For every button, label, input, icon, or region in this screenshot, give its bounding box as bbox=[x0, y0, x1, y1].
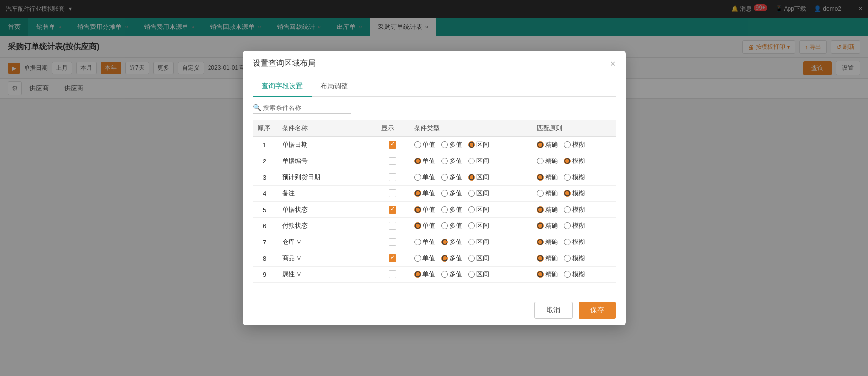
display-checkbox[interactable] bbox=[389, 254, 396, 262]
match-option-精确[interactable]: 精确 bbox=[537, 140, 558, 149]
cell-display[interactable] bbox=[376, 202, 409, 218]
type-option-单值[interactable]: 单值 bbox=[414, 238, 435, 246]
cell-match[interactable]: 精确模糊 bbox=[532, 218, 616, 234]
type-option-区间[interactable]: 区间 bbox=[468, 254, 489, 263]
match-option-精确[interactable]: 精确 bbox=[537, 173, 558, 182]
type-option-区间[interactable]: 区间 bbox=[468, 189, 489, 198]
cell-name: 有无商品图片 bbox=[277, 283, 377, 287]
cancel-btn[interactable]: 取消 bbox=[534, 302, 573, 319]
type-option-单值[interactable]: 单值 bbox=[414, 205, 435, 214]
match-option-模糊[interactable]: 模糊 bbox=[564, 286, 585, 287]
type-option-多值[interactable]: 多值 bbox=[441, 238, 462, 246]
type-option-单值[interactable]: 单值 bbox=[414, 221, 435, 230]
type-option-多值[interactable]: 多值 bbox=[441, 205, 462, 214]
cell-match[interactable]: 精确模糊 bbox=[532, 202, 616, 218]
type-option-区间[interactable]: 区间 bbox=[468, 238, 489, 246]
cell-match[interactable]: 精确模糊 bbox=[532, 283, 616, 287]
match-option-精确[interactable]: 精确 bbox=[537, 205, 558, 214]
cell-match[interactable]: 精确模糊 bbox=[532, 137, 616, 153]
type-option-区间[interactable]: 区间 bbox=[468, 157, 489, 165]
display-checkbox[interactable] bbox=[389, 141, 396, 149]
cell-display[interactable] bbox=[376, 169, 409, 186]
cell-type[interactable]: 单值多值区间 bbox=[409, 169, 532, 186]
type-option-单值[interactable]: 单值 bbox=[414, 157, 435, 165]
cell-type[interactable]: 单值多值区间 bbox=[409, 250, 532, 267]
display-checkbox[interactable] bbox=[389, 189, 396, 197]
type-option-单值[interactable]: 单值 bbox=[414, 254, 435, 263]
cell-match[interactable]: 精确模糊 bbox=[532, 267, 616, 283]
match-option-精确[interactable]: 精确 bbox=[537, 270, 558, 279]
cell-type[interactable]: 单值多值区间 bbox=[409, 153, 532, 169]
type-option-多值[interactable]: 多值 bbox=[441, 221, 462, 230]
type-option-区间[interactable]: 区间 bbox=[468, 286, 489, 287]
type-option-区间[interactable]: 区间 bbox=[468, 205, 489, 214]
type-option-区间[interactable]: 区间 bbox=[468, 173, 489, 182]
tab-query-fields[interactable]: 查询字段设置 bbox=[253, 77, 312, 97]
display-checkbox[interactable] bbox=[389, 206, 396, 214]
cell-type[interactable]: 单值多值区间 bbox=[409, 283, 532, 287]
display-checkbox[interactable] bbox=[389, 157, 396, 165]
cell-display[interactable] bbox=[376, 234, 409, 250]
match-option-模糊[interactable]: 模糊 bbox=[564, 238, 585, 246]
cell-display[interactable] bbox=[376, 250, 409, 267]
type-option-单值[interactable]: 单值 bbox=[414, 189, 435, 198]
dialog-close-btn[interactable]: × bbox=[610, 59, 616, 68]
cell-display[interactable] bbox=[376, 218, 409, 234]
cell-display[interactable] bbox=[376, 267, 409, 283]
cell-order: 4 bbox=[253, 186, 277, 202]
type-option-多值[interactable]: 多值 bbox=[441, 270, 462, 279]
type-option-区间[interactable]: 区间 bbox=[468, 270, 489, 279]
cell-display[interactable] bbox=[376, 186, 409, 202]
type-option-区间[interactable]: 区间 bbox=[468, 221, 489, 230]
match-option-模糊[interactable]: 模糊 bbox=[564, 270, 585, 279]
search-input[interactable] bbox=[263, 104, 351, 111]
match-option-精确[interactable]: 精确 bbox=[537, 286, 558, 287]
dialog-footer: 取消 保存 bbox=[243, 295, 626, 325]
cell-match[interactable]: 精确模糊 bbox=[532, 234, 616, 250]
type-option-单值[interactable]: 单值 bbox=[414, 173, 435, 182]
cell-type[interactable]: 单值多值区间 bbox=[409, 186, 532, 202]
cell-match[interactable]: 精确模糊 bbox=[532, 153, 616, 169]
type-option-单值[interactable]: 单值 bbox=[414, 140, 435, 149]
cell-type[interactable]: 单值多值区间 bbox=[409, 267, 532, 283]
match-option-模糊[interactable]: 模糊 bbox=[564, 157, 585, 165]
display-checkbox[interactable] bbox=[389, 270, 396, 278]
cell-display[interactable] bbox=[376, 137, 409, 153]
match-option-模糊[interactable]: 模糊 bbox=[564, 221, 585, 230]
type-option-多值[interactable]: 多值 bbox=[441, 286, 462, 287]
match-option-模糊[interactable]: 模糊 bbox=[564, 189, 585, 198]
cell-match[interactable]: 精确模糊 bbox=[532, 250, 616, 267]
cell-type[interactable]: 单值多值区间 bbox=[409, 137, 532, 153]
match-option-模糊[interactable]: 模糊 bbox=[564, 173, 585, 182]
display-checkbox[interactable] bbox=[389, 173, 396, 181]
cell-match[interactable]: 精确模糊 bbox=[532, 169, 616, 186]
type-option-多值[interactable]: 多值 bbox=[441, 173, 462, 182]
cell-match[interactable]: 精确模糊 bbox=[532, 186, 616, 202]
match-option-精确[interactable]: 精确 bbox=[537, 157, 558, 165]
display-checkbox[interactable] bbox=[389, 238, 396, 246]
cell-order: 6 bbox=[253, 218, 277, 234]
type-option-多值[interactable]: 多值 bbox=[441, 189, 462, 198]
match-option-精确[interactable]: 精确 bbox=[537, 254, 558, 263]
type-option-单值[interactable]: 单值 bbox=[414, 286, 435, 287]
display-checkbox[interactable] bbox=[389, 222, 396, 230]
type-option-多值[interactable]: 多值 bbox=[441, 157, 462, 165]
cell-display[interactable] bbox=[376, 283, 409, 287]
cell-type[interactable]: 单值多值区间 bbox=[409, 202, 532, 218]
cell-type[interactable]: 单值多值区间 bbox=[409, 218, 532, 234]
match-option-精确[interactable]: 精确 bbox=[537, 238, 558, 246]
match-option-模糊[interactable]: 模糊 bbox=[564, 205, 585, 214]
type-option-区间[interactable]: 区间 bbox=[468, 140, 489, 149]
match-option-模糊[interactable]: 模糊 bbox=[564, 254, 585, 263]
match-option-模糊[interactable]: 模糊 bbox=[564, 140, 585, 149]
cell-display[interactable] bbox=[376, 153, 409, 169]
match-option-精确[interactable]: 精确 bbox=[537, 221, 558, 230]
table-row: 6付款状态单值多值区间精确模糊 bbox=[253, 218, 616, 234]
tab-layout-adjust[interactable]: 布局调整 bbox=[312, 77, 357, 97]
match-option-精确[interactable]: 精确 bbox=[537, 189, 558, 198]
save-btn[interactable]: 保存 bbox=[579, 302, 616, 319]
type-option-多值[interactable]: 多值 bbox=[441, 254, 462, 263]
cell-type[interactable]: 单值多值区间 bbox=[409, 234, 532, 250]
type-option-单值[interactable]: 单值 bbox=[414, 270, 435, 279]
type-option-多值[interactable]: 多值 bbox=[441, 140, 462, 149]
